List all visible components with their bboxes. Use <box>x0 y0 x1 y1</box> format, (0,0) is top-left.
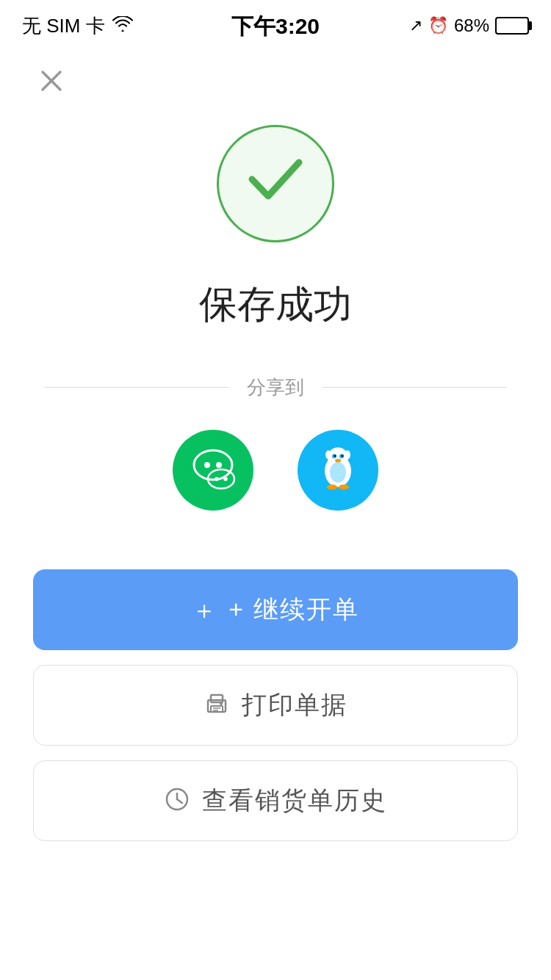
actions: ＋ + 继续开单 打印单据 <box>33 569 518 841</box>
carrier-text: 无 SIM 卡 <box>22 13 105 39</box>
battery-percent: 68% <box>454 15 489 36</box>
share-divider: 分享到 <box>0 375 551 400</box>
svg-point-2 <box>194 450 232 480</box>
svg-point-16 <box>345 450 350 459</box>
close-button[interactable] <box>29 59 73 103</box>
svg-point-4 <box>216 462 222 468</box>
svg-point-17 <box>330 462 346 483</box>
alarm-icon: ⏰ <box>428 16 448 35</box>
svg-point-7 <box>223 477 228 481</box>
check-icon <box>246 154 305 215</box>
share-qq-button[interactable] <box>298 430 378 511</box>
location-icon: ↗ <box>409 16 422 35</box>
share-divider-text: 分享到 <box>247 375 304 400</box>
wifi-icon <box>112 15 133 37</box>
main-content: 保存成功 分享到 <box>0 51 551 841</box>
share-section: 分享到 <box>0 375 551 511</box>
success-title: 保存成功 <box>199 279 352 331</box>
svg-point-6 <box>215 477 219 481</box>
status-left: 无 SIM 卡 <box>22 13 133 39</box>
print-label: 打印单据 <box>242 688 347 722</box>
svg-point-12 <box>334 455 336 457</box>
status-right: ↗ ⏰ 68% <box>409 15 529 36</box>
svg-line-28 <box>177 799 182 803</box>
status-bar: 无 SIM 卡 下午3:20 ↗ ⏰ 68% <box>0 0 551 51</box>
svg-point-15 <box>325 450 331 459</box>
wechat-icon <box>187 444 239 496</box>
battery-bar <box>495 17 529 35</box>
status-time: 下午3:20 <box>231 12 320 42</box>
svg-point-3 <box>204 462 210 468</box>
qq-icon <box>312 444 364 496</box>
print-button[interactable]: 打印单据 <box>33 665 518 746</box>
history-button[interactable]: 查看销货单历史 <box>33 760 518 841</box>
svg-point-19 <box>339 485 349 490</box>
svg-rect-22 <box>211 706 223 712</box>
success-circle <box>217 125 334 242</box>
share-wechat-button[interactable] <box>173 430 253 511</box>
svg-point-18 <box>327 485 337 490</box>
plus-icon: ＋ <box>192 597 217 622</box>
continue-label: + 继续开单 <box>228 593 359 627</box>
svg-point-13 <box>342 455 344 457</box>
printer-icon <box>204 691 230 721</box>
continue-button[interactable]: ＋ + 继续开单 <box>33 569 518 650</box>
svg-point-14 <box>335 459 341 463</box>
share-icons <box>173 430 378 511</box>
svg-point-25 <box>220 702 223 705</box>
svg-rect-21 <box>211 695 223 702</box>
history-label: 查看销货单历史 <box>202 784 387 818</box>
clock-icon <box>164 786 190 816</box>
